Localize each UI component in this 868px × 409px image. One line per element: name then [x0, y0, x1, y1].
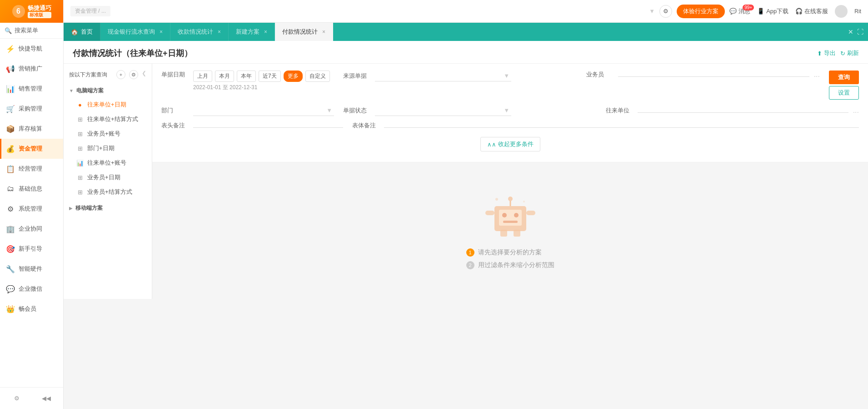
sidebar-item-inventory[interactable]: 📦 库存核算 [0, 119, 63, 139]
scheme-item-chart-icon: 📊 [76, 159, 84, 167]
tab-payment-stats-close[interactable]: × [218, 29, 221, 35]
scheme-item-salesman-settlement-label: 业务员+结算方式 [87, 188, 132, 196]
tab-new-scheme[interactable]: 新建方案 × [229, 23, 275, 41]
tab-home[interactable]: 🏠 首页 [64, 23, 100, 41]
scheme-item-salesman-settlement[interactable]: ⊞ 业务员+结算方式 [64, 185, 152, 199]
date-custom-btn[interactable]: 自定义 [305, 71, 330, 82]
filter-counterpart-group: 往来单位 ... [606, 106, 859, 115]
breadcrumb-path: 资金管理 / ... [70, 6, 110, 16]
sidebar-settings-btn[interactable]: ⚙ [5, 392, 30, 404]
search-menu[interactable]: 🔍 搜索菜单 [0, 23, 63, 39]
online-service-btn[interactable]: 🎧 在线客服 [795, 7, 828, 15]
date-7days-btn[interactable]: 近7天 [259, 71, 281, 82]
filter-date-group: 单据日期 上月 本月 本年 近7天 更多 自定义 [161, 71, 343, 91]
sidebar-item-purchase[interactable]: 🛒 采购管理 [0, 99, 63, 119]
guide-icon: 🎯 [6, 244, 15, 253]
tab-payment-stats-label: 收款情况统计 [178, 28, 213, 36]
scheme-collapse-btn[interactable]: ❮ [142, 70, 146, 79]
sidebar-item-marketing[interactable]: 📢 营销推广 [0, 59, 63, 79]
scheme-group-desktop-header[interactable]: ▼ 电脑端方案 [64, 84, 152, 97]
topbar: 资金管理 / ... ▼ ⚙ 体验行业方案 💬 消息 99+ 📱 App下载 🎧 [64, 0, 868, 23]
date-this-month-btn[interactable]: 本月 [215, 71, 234, 82]
page-body: 按以下方案查询 + ⚙ ❮ [64, 64, 868, 299]
sidebar-collapse-btn[interactable]: ◀◀ [34, 392, 59, 404]
date-last-month-btn[interactable]: 上月 [193, 71, 212, 82]
inventory-label: 库存核算 [19, 125, 42, 133]
app-download-btn[interactable]: 📱 App下载 [757, 7, 788, 15]
scheme-header-label: 按以下方案查询 [69, 71, 114, 79]
sales-label: 销售管理 [19, 85, 42, 93]
refresh-label: 刷新 [847, 49, 859, 57]
tab-new-scheme-close[interactable]: × [264, 29, 267, 35]
tab-bank-flow-close[interactable]: × [160, 29, 163, 35]
sidebar-item-finance[interactable]: 💰 资金管理 [0, 139, 63, 159]
message-btn[interactable]: 💬 消息 99+ [729, 7, 750, 15]
tab-pay-stats-close[interactable]: × [322, 29, 325, 35]
scheme-item-salesman-date[interactable]: ⊞ 业务员+日期 [64, 170, 152, 185]
user-avatar[interactable] [835, 5, 848, 18]
tab-pay-stats[interactable]: 付款情况统计 × [275, 23, 333, 41]
query-setting-group: 查询 设置 [829, 71, 859, 100]
scheme-item-counterpart-settlement[interactable]: ⊞ 往来单位+结算方式 [64, 112, 152, 126]
sidebar-item-operations[interactable]: 📋 经营管理 [0, 159, 63, 179]
tab-maximize-btn[interactable]: ⛶ [857, 28, 863, 35]
tab-close-all-btn[interactable]: ✕ [848, 28, 853, 35]
source-chevron-icon: ▼ [504, 72, 509, 79]
salesman-dots[interactable]: ... [814, 71, 820, 79]
guide-label: 新手引导 [19, 245, 42, 253]
refresh-btn[interactable]: ↻ 刷新 [840, 49, 859, 57]
empty-hint-1: 1 请先选择要分析的方案 [466, 248, 554, 257]
scheme-item-dept-date[interactable]: ⊞ 部门+日期 [64, 141, 152, 156]
add-icon: + [120, 72, 122, 77]
sidebar-item-system[interactable]: ⚙ 系统管理 [0, 199, 63, 219]
sidebar-item-guide[interactable]: 🎯 新手引导 [0, 239, 63, 259]
sidebar-item-base-info[interactable]: 🗂 基础信息 [0, 179, 63, 199]
tab-actions: ✕ ⛶ [843, 23, 868, 41]
collapse-more-btn[interactable]: ∧∧ 收起更多条件 [480, 137, 540, 151]
message-icon: 💬 [729, 8, 737, 15]
docstatus-select[interactable]: ▼ [375, 105, 511, 116]
sidebar-item-member[interactable]: 👑 畅会员 [0, 299, 63, 319]
scheme-item-salesman-account[interactable]: ⊞ 业务员+账号 [64, 126, 152, 141]
source-select[interactable]: ▼ [375, 71, 511, 81]
home-icon: 🏠 [71, 29, 78, 35]
scheme-item-counterpart-date[interactable]: ● 往来单位+日期 [64, 97, 152, 112]
scheme-item-counterpart-account[interactable]: 📊 往来单位+账号 [64, 156, 152, 170]
scheme-add-btn[interactable]: + [116, 70, 125, 79]
sidebar-item-wechat[interactable]: 💬 企业微信 [0, 279, 63, 299]
tab-pay-stats-label: 付款情况统计 [282, 28, 318, 36]
scheme-item-table-icon-3: ⊞ [76, 145, 84, 152]
gear-icon: ⚙ [663, 8, 668, 15]
counterpart-dots[interactable]: ... [853, 106, 859, 115]
date-this-year-btn[interactable]: 本年 [237, 71, 256, 82]
tab-payment-stats[interactable]: 收款情况统计 × [170, 23, 229, 41]
filter-settings-btn[interactable]: 设置 [829, 86, 859, 100]
sidebar-item-hardware[interactable]: 🔧 智能硬件 [0, 259, 63, 279]
sidebar-settings-icon: ⚙ [14, 395, 20, 402]
date-more-btn[interactable]: 更多 [284, 71, 303, 82]
sidebar-item-sales[interactable]: 📊 销售管理 [0, 79, 63, 99]
export-btn[interactable]: ⬆ 导出 [817, 49, 836, 57]
mobile-arrow-icon: ▶ [69, 206, 73, 211]
inventory-icon: 📦 [6, 124, 15, 133]
search-icon: 🔍 [5, 27, 12, 34]
tab-bank-flow[interactable]: 现金银行流水查询 × [100, 23, 170, 41]
head-note-input[interactable] [193, 124, 343, 128]
sidebar-item-quick-nav[interactable]: ⚡ 快捷导航 [0, 39, 63, 59]
marketing-label: 营销推广 [19, 65, 42, 73]
topbar-settings-btn[interactable]: ⚙ [659, 5, 672, 18]
dept-select[interactable]: ▼ [193, 105, 334, 116]
tab-home-label: 首页 [81, 28, 93, 36]
scheme-settings-btn[interactable]: ⚙ [129, 70, 138, 79]
scheme-group-mobile-header[interactable]: ▶ 移动端方案 [64, 202, 152, 215]
date-options: 上月 本月 本年 近7天 更多 自定义 2022-0 [193, 71, 330, 91]
trial-btn[interactable]: 体验行业方案 [677, 5, 725, 18]
username[interactable]: Rit [854, 8, 861, 15]
filter-source-group: 来源单据 ▼ [343, 71, 577, 81]
svg-point-10 [508, 197, 513, 201]
body-note-input[interactable] [384, 124, 859, 128]
chevron-up-icon: ∧∧ [487, 141, 496, 148]
hardware-icon: 🔧 [6, 264, 15, 273]
query-btn[interactable]: 查询 [829, 71, 859, 84]
sidebar-item-enterprise[interactable]: 🏢 企业协同 [0, 219, 63, 239]
